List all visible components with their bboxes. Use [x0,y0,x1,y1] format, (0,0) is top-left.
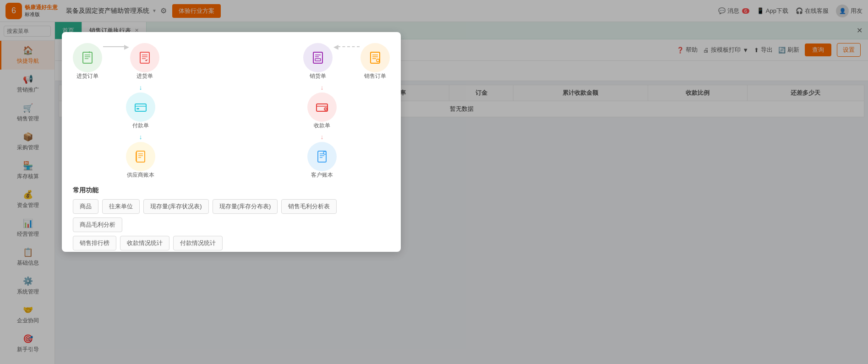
sale-bill-label: 销货单 [310,72,326,80]
payment-bill-icon[interactable] [126,92,155,122]
common-functions-title: 常用功能 [73,186,390,195]
purchase-bill-label: 进货单 [136,72,153,80]
func-btn-sales-margin[interactable]: 销售毛利分析表 [281,199,337,214]
supplier-ledger-icon[interactable] [126,142,155,171]
func-btn-partner[interactable]: 往来单位 [102,199,140,214]
svg-rect-6 [135,104,146,111]
quick-nav-modal: 进货订单 ▶ 进货单 销 [62,32,401,252]
func-btn-receipt-stats[interactable]: 收款情况统计 [120,236,169,250]
func-btn-product[interactable]: 商品 [73,199,98,214]
func-btn-product-margin[interactable]: 商品毛利分析 [73,217,122,232]
func-btn-sales-rank[interactable]: 销售排行榜 [73,236,116,250]
svg-rect-12 [318,151,326,162]
func-btn-stock-dist[interactable]: 现存量(库存分布表) [213,199,278,214]
sale-bill-icon[interactable] [303,43,333,72]
svg-rect-1 [140,52,149,63]
svg-point-5 [377,59,379,62]
supplier-ledger-label: 供应商账本 [127,171,154,179]
svg-rect-11 [136,152,136,161]
function-grid-2: 销售排行榜 收款情况统计 付款情况统计 [73,236,390,250]
receipt-bill-label: 收款单 [314,122,330,130]
purchase-order-icon[interactable] [73,43,102,72]
payment-bill-label: 付款单 [132,122,149,130]
sale-order-label: 销售订单 [364,72,386,80]
customer-ledger-icon[interactable] [307,142,337,171]
function-grid: 商品 往来单位 现存量(库存状况表) 现存量(库存分布表) 销售毛利分析表 商品… [73,199,390,232]
purchase-bill-icon[interactable] [130,43,159,72]
purchase-order-label: 进货订单 [76,72,98,80]
svg-rect-3 [315,59,321,61]
func-btn-payment-stats[interactable]: 付款情况统计 [173,236,223,250]
func-btn-stock-status[interactable]: 现存量(库存状况表) [143,199,209,214]
modal-overlay[interactable]: 进货订单 ▶ 进货单 销 [0,0,868,364]
svg-rect-0 [83,52,92,63]
receipt-bill-icon[interactable] [307,92,337,122]
svg-rect-2 [313,52,322,63]
svg-rect-7 [136,108,139,109]
sale-order-icon[interactable] [360,43,390,72]
svg-rect-10 [136,151,145,162]
customer-ledger-label: 客户账本 [311,171,333,179]
